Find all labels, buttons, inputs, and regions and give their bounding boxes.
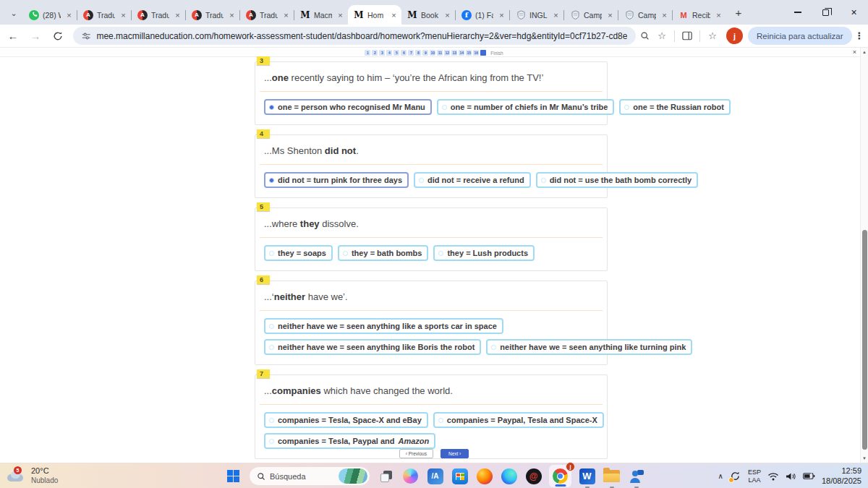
tab-translate-4[interactable]: A Tradu × (240, 5, 294, 25)
finish-label[interactable]: Finish (490, 51, 503, 56)
bookmark-all-icon[interactable]: ☆ (704, 27, 721, 45)
next-button[interactable]: Next › (441, 449, 469, 458)
answer-option[interactable]: companies = Tesla, Paypal and Amazon (264, 433, 435, 449)
taskbar-clock[interactable]: 12:59 18/08/2025 (822, 466, 861, 487)
forward-button[interactable]: → (26, 27, 45, 46)
reload-button[interactable] (48, 27, 67, 46)
pager-page[interactable]: 5 (393, 50, 399, 56)
tab-homework-active[interactable]: M Hom × (348, 5, 401, 25)
tab-book[interactable]: M Book × (401, 5, 455, 25)
copilot-button[interactable] (401, 467, 420, 485)
pager-page[interactable]: 16 (473, 50, 479, 56)
answer-option[interactable]: neither have we = seen anything like a s… (264, 318, 503, 334)
tab-close-icon[interactable]: × (714, 11, 723, 20)
answer-option[interactable]: neither have we = seen anything like Bor… (264, 339, 481, 355)
tab-close-icon[interactable]: × (551, 11, 561, 20)
pager-page[interactable]: 11 (437, 50, 443, 56)
pager-page[interactable]: 14 (459, 50, 464, 56)
language-indicator[interactable]: ESP LAA (748, 468, 761, 484)
task-view-button[interactable] (377, 467, 395, 485)
new-tab-button[interactable]: + (731, 4, 746, 20)
tab-close-icon[interactable]: × (281, 11, 291, 20)
file-explorer-button[interactable] (603, 467, 621, 485)
people-chat-button[interactable] (627, 467, 645, 485)
answer-option[interactable]: neither have we = seen anything like tur… (486, 339, 692, 355)
translate-app-button[interactable]: /A (426, 467, 444, 485)
minimize-button[interactable] (783, 1, 812, 23)
restart-to-update-button[interactable]: Reinicia para actualizar (748, 27, 852, 45)
answer-option[interactable]: companies = Tesla, Space-X and eBay (264, 412, 428, 428)
restore-button[interactable] (812, 1, 840, 23)
bookmark-star-icon[interactable]: ☆ (653, 27, 671, 45)
scrollbar-down-icon[interactable]: ▼ (861, 454, 868, 463)
close-button[interactable]: × (840, 1, 868, 23)
tab-close-icon[interactable]: × (227, 11, 237, 20)
answer-option[interactable]: one = person who recognised Mr Manu (264, 99, 432, 115)
tab-close-icon[interactable]: × (389, 11, 399, 20)
page-scrollbar[interactable]: ▲ ▼ (860, 48, 868, 463)
pager-page[interactable]: 8 (415, 50, 421, 56)
tab-macmillan[interactable]: M Macm × (294, 5, 348, 25)
tab-translate-3[interactable]: A Tradu × (186, 5, 239, 25)
answer-option[interactable]: companies = Paypal, Tesla and Space-X (433, 412, 604, 428)
tab-close-icon[interactable]: × (660, 11, 669, 20)
tab-close-icon[interactable]: × (605, 11, 615, 20)
tab-translate-1[interactable]: A Tradu × (77, 5, 131, 25)
scrollbar-up-icon[interactable]: ▲ (861, 48, 868, 56)
weather-widget[interactable]: 5 20°C Nublado (7, 466, 58, 485)
firefox-button[interactable] (475, 467, 493, 485)
pager-page[interactable]: 12 (444, 50, 450, 56)
answer-option[interactable]: did not = use the bath bomb correctly (536, 172, 699, 188)
answer-option[interactable]: did not = turn pink for three days (264, 172, 409, 188)
edge-button[interactable] (500, 467, 518, 485)
tray-chevron-icon[interactable]: ∧ (718, 472, 723, 480)
tab-ingl[interactable]: INGL × (510, 5, 563, 25)
tab-whatsapp[interactable]: (28) W × (23, 5, 77, 25)
volume-icon[interactable] (786, 472, 796, 481)
answer-option[interactable]: one = number of chiefs in Mr Manu’s trib… (437, 99, 614, 115)
tab-close-icon[interactable]: × (64, 11, 74, 20)
zoom-icon[interactable] (636, 27, 653, 45)
scrollbar-thumb[interactable] (862, 230, 867, 450)
sync-button[interactable] (730, 471, 741, 482)
pager-page[interactable]: 13 (451, 50, 457, 56)
pager-page[interactable]: 6 (401, 50, 407, 56)
answer-option[interactable]: they = soaps (264, 245, 333, 261)
tab-close-icon[interactable]: × (173, 11, 182, 20)
start-button[interactable] (224, 467, 242, 485)
chrome-button-active[interactable]: j (549, 465, 571, 487)
exercise-close-icon[interactable]: × (853, 48, 856, 56)
browser-menu-icon[interactable]: ⋮ (855, 30, 864, 41)
battery-icon[interactable] (803, 472, 815, 480)
microsoft-store-button[interactable] (451, 467, 469, 485)
pager-page[interactable]: 7 (408, 50, 414, 56)
wifi-icon[interactable] (767, 472, 779, 481)
answer-option[interactable]: did not = receive a refund (414, 172, 531, 188)
tab-campus-2[interactable]: Camp × (618, 5, 672, 25)
pager-current-page[interactable] (480, 50, 486, 56)
taskbar-search[interactable]: Búsqueda (249, 466, 370, 486)
tab-gmail[interactable]: M Recib × (673, 5, 726, 25)
tab-close-icon[interactable]: × (336, 11, 345, 20)
address-bar[interactable]: mee.macmillaneducation.com/homework-asse… (73, 27, 636, 45)
pager-page[interactable]: 2 (372, 50, 378, 56)
pager-page[interactable]: 15 (466, 50, 472, 56)
word-button[interactable]: W (578, 467, 596, 485)
previous-button[interactable]: ‹ Previous (399, 449, 433, 458)
side-panel-icon[interactable] (678, 27, 696, 45)
tab-facebook[interactable]: f (1) Fa × (456, 5, 509, 25)
url-text[interactable]: mee.macmillaneducation.com/homework-asse… (96, 31, 627, 41)
answer-option[interactable]: they = bath bombs (338, 245, 429, 261)
pager-page[interactable]: 10 (430, 50, 435, 56)
tab-close-icon[interactable]: × (443, 11, 452, 20)
profile-avatar[interactable]: j (726, 27, 743, 44)
answer-option[interactable]: they = Lush products (433, 245, 535, 261)
pager-page[interactable]: 1 (365, 50, 370, 56)
pager-page[interactable]: 4 (386, 50, 392, 56)
site-settings-icon[interactable] (82, 31, 90, 41)
mail-app-button[interactable]: @ (524, 467, 542, 485)
answer-option[interactable]: one = the Russian robot (619, 99, 731, 115)
tab-campus-1[interactable]: Camp × (564, 5, 618, 25)
tab-translate-2[interactable]: A Tradu × (132, 5, 185, 25)
back-button[interactable]: ← (4, 27, 22, 46)
